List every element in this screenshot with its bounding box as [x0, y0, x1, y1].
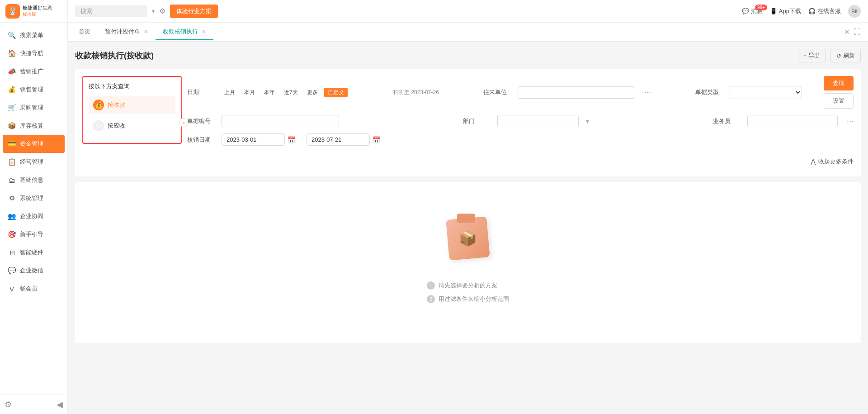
user-avatar[interactable]: Rit	[848, 5, 861, 18]
sidebar-item-11[interactable]: 🎯新手引导	[0, 225, 67, 243]
empty-hints: 1 请先选择要分析的方案 2 用过滤条件来缩小分析范围	[427, 280, 509, 307]
partner-dots-icon[interactable]: ···	[644, 88, 651, 97]
sidebar-item-6[interactable]: 💳资金管理	[3, 135, 65, 153]
tab-receipt-close-icon[interactable]: ✕	[202, 29, 206, 35]
sidebar-item-4[interactable]: 🛒采购管理	[0, 99, 67, 117]
tab-expand-button[interactable]: ⛶	[854, 28, 861, 36]
tab-home[interactable]: 首页	[71, 24, 98, 40]
sidebar-item-5[interactable]: 📦库存核算	[0, 117, 67, 135]
box-icon: 📦	[459, 230, 477, 247]
settings-icon[interactable]: ⚙	[5, 400, 12, 409]
sidebar-item-8[interactable]: 🗂基础信息	[0, 171, 67, 189]
sidebar-item-7[interactable]: 📋经营管理	[0, 153, 67, 171]
staff-label: 业务员	[713, 117, 740, 125]
headset-icon: 🎧	[808, 8, 816, 14]
refresh-button[interactable]: ↺ 刷新	[830, 49, 861, 62]
logo-text: 畅捷通好生意	[23, 5, 52, 11]
content-area: 收款核销执行(按收款) ↑ 导出 ↺ 刷新 按以下方案查询 💰	[68, 42, 868, 414]
sidebar-label-5: 库存核算	[20, 122, 43, 130]
doc-type-label: 单据类型	[695, 88, 722, 96]
action-buttons: 查询 设置	[824, 76, 854, 109]
staff-dots-icon[interactable]: ···	[847, 116, 854, 126]
sidebar-item-2[interactable]: 📣营销推广	[0, 62, 67, 81]
sidebar-label-4: 采购管理	[20, 104, 43, 112]
online-service-item[interactable]: 🎧 在线客服	[808, 7, 841, 15]
filter-option-receipt[interactable]: 💰 按收款	[89, 96, 175, 114]
setting-button[interactable]: 设置	[824, 93, 854, 109]
message-item[interactable]: 💬 消息 99+	[742, 7, 763, 15]
sidebar-icon-9: ⚙	[7, 194, 16, 203]
sidebar-item-0[interactable]: 🔍搜索菜单	[0, 26, 67, 44]
sidebar-item-3[interactable]: 💰销售管理	[0, 81, 67, 99]
verify-date-end-calendar-icon[interactable]: 📅	[373, 136, 380, 143]
sidebar-label-8: 基础信息	[20, 176, 43, 184]
filter-collapse-btn[interactable]: «	[179, 118, 188, 127]
receipt-icon: 💰	[93, 100, 104, 110]
page-title: 收款核销执行(按收款)	[75, 50, 154, 61]
tab-prepay-close-icon[interactable]: ✕	[144, 29, 148, 35]
export-button[interactable]: ↑ 导出	[798, 49, 826, 62]
date-unlimited-display: 不限 至 2023-07-26	[392, 89, 439, 96]
verify-date-start-calendar-icon[interactable]: 📅	[288, 136, 295, 143]
sidebar-item-12[interactable]: 🖥智能硬件	[0, 243, 67, 262]
export-icon: ↑	[804, 52, 807, 59]
collapse-more-btn[interactable]: ⋀ 收起更多条件	[811, 154, 854, 169]
date-this-month[interactable]: 本月	[241, 88, 258, 97]
sidebar-icon-12: 🖥	[7, 248, 16, 257]
tab-prepay[interactable]: 预付冲应付单 ✕	[98, 24, 156, 40]
doc-no-input[interactable]	[222, 115, 339, 127]
date-range-separator: —	[298, 136, 304, 143]
collapse-sidebar-icon[interactable]: ◀	[57, 400, 63, 409]
sidebar-icon-5: 📦	[7, 121, 16, 130]
sidebar-label-6: 资金管理	[20, 140, 43, 148]
doc-type-select[interactable]	[730, 86, 802, 99]
empty-state: 📦 1 请先选择要分析的方案 2 用过滤条件来缩小分析范围	[75, 182, 861, 343]
sidebar-nav: 🔍搜索菜单🏠快捷导航📣营销推广💰销售管理🛒采购管理📦库存核算💳资金管理📋经营管理…	[0, 23, 67, 395]
sidebar-label-2: 营销推广	[20, 67, 43, 76]
refresh-label: 刷新	[843, 52, 855, 60]
verify-date-end-input[interactable]	[307, 133, 370, 146]
collapse-label: 收起更多条件	[818, 157, 854, 166]
sidebar-bottom: ⚙ ◀	[0, 395, 67, 414]
date-7days[interactable]: 近7天	[281, 88, 301, 97]
topbar-gear-icon[interactable]: ⚙	[159, 7, 165, 15]
date-unlimited-text: 不限 至 2023-07-26	[392, 89, 439, 96]
query-button[interactable]: 查询	[824, 76, 854, 90]
page-actions: ↑ 导出 ↺ 刷新	[798, 49, 861, 62]
sidebar-icon-7: 📋	[7, 157, 16, 167]
partner-label: 往来单位	[483, 88, 510, 96]
dept-dropdown-icon[interactable]: ▾	[586, 118, 589, 125]
app-download-item[interactable]: 📱 App下载	[770, 7, 801, 15]
filter-panel: 按以下方案查询 💰 按收款 ⏱ 按应收 « 日期	[75, 69, 861, 176]
empty-hint-2: 2 用过滤条件来缩小分析范围	[427, 293, 509, 305]
dept-input[interactable]	[497, 115, 579, 127]
empty-box: 📦	[446, 216, 490, 261]
date-last-month[interactable]: 上月	[222, 88, 238, 97]
verify-date-range: 📅 — 📅	[222, 133, 380, 146]
solution-button[interactable]: 体验行业方案	[170, 5, 218, 18]
sidebar-label-10: 企业协同	[20, 212, 43, 220]
filter-option-receivable[interactable]: ⏱ 按应收	[89, 117, 175, 135]
export-label: 导出	[808, 52, 820, 60]
staff-input[interactable]	[747, 115, 838, 127]
date-this-year[interactable]: 本年	[261, 88, 278, 97]
tab-receipt[interactable]: 收款核销执行 ✕	[156, 24, 213, 40]
topbar-left: 搜索 ▾ ⚙ 体验行业方案	[75, 5, 218, 18]
sidebar-item-14[interactable]: V畅会员	[0, 280, 67, 298]
tab-close-button[interactable]: ✕	[844, 28, 850, 36]
date-custom-tag[interactable]: 自定义	[324, 88, 348, 97]
sidebar-item-13[interactable]: 💬企业微信	[0, 262, 67, 280]
verify-date-start-input[interactable]	[222, 133, 285, 146]
partner-input[interactable]	[518, 86, 635, 99]
sidebar-item-9[interactable]: ⚙系统管理	[0, 189, 67, 207]
doc-no-label: 单据编号	[187, 117, 214, 125]
date-label: 日期	[187, 88, 214, 96]
sidebar-item-1[interactable]: 🏠快捷导航	[0, 44, 67, 62]
tab-receipt-label: 收款核销执行	[163, 28, 198, 36]
step-1-num: 1	[427, 281, 435, 290]
sidebar-label-0: 搜索菜单	[20, 31, 43, 39]
filter-scheme-title: 按以下方案查询	[89, 82, 175, 90]
sidebar-logo: 🐰 畅捷通好生意 标准版	[0, 0, 67, 23]
date-more[interactable]: 更多	[304, 88, 321, 97]
sidebar-item-10[interactable]: 👥企业协同	[0, 207, 67, 225]
